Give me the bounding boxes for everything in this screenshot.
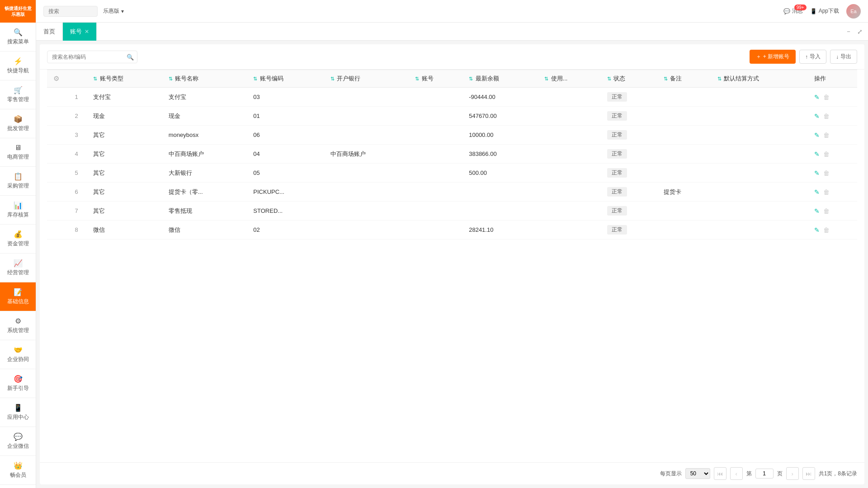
search-icon[interactable]: 🔍	[127, 53, 134, 60]
page-size-select[interactable]: 50 10 20 100	[685, 468, 710, 479]
delete-button[interactable]: 🗑	[823, 207, 830, 215]
edit-button[interactable]: ✎	[814, 131, 820, 139]
row-bank	[325, 88, 410, 107]
column-balance[interactable]: ⇅ 最新余额	[463, 70, 539, 88]
topbar-dropdown[interactable]: 乐惠版 ▾	[103, 7, 124, 15]
row-account	[410, 126, 463, 145]
delete-button[interactable]: 🗑	[823, 188, 830, 196]
column-code[interactable]: ⇅ 账号编码	[248, 70, 325, 88]
message-icon: 💬	[783, 8, 790, 14]
sidebar-item-label: 畅会员	[2, 471, 34, 479]
row-actions: ✎ 🗑	[809, 126, 857, 145]
ops-icon: 📈	[2, 259, 34, 267]
row-balance	[463, 183, 539, 202]
sidebar-item-enterprise-agreement[interactable]: 🤝 企业协同	[0, 340, 36, 369]
column-remark[interactable]: ⇅ 备注	[658, 70, 712, 88]
sidebar-item-app-center[interactable]: 📱 应用中心	[0, 398, 36, 427]
topbar: 乐惠版 ▾ 💬 消息 99+ 📱 App下载 Ea	[36, 0, 868, 23]
sort-icon-payment: ⇅	[717, 76, 722, 81]
sidebar-item-purchase-mgmt[interactable]: 📋 采购管理	[0, 167, 36, 196]
first-page-button[interactable]: ⏮	[714, 467, 726, 480]
row-usage	[539, 107, 602, 126]
row-actions: ✎ 🗑	[809, 145, 857, 164]
sort-icon-account: ⇅	[415, 76, 419, 81]
sidebar-item-inventory-check[interactable]: 📊 库存核算	[0, 196, 36, 225]
sidebar-item-search-menu[interactable]: 🔍 搜索菜单	[0, 23, 36, 52]
add-account-button[interactable]: ＋ + 新增账号	[750, 50, 796, 64]
column-bank[interactable]: ⇅ 开户银行	[325, 70, 410, 88]
tab-minimize-icon[interactable]: －	[844, 26, 854, 38]
row-type: 其它	[88, 183, 163, 202]
sidebar-item-capital-mgmt[interactable]: 💰 资金管理	[0, 225, 36, 253]
table-row: 2 现金 现金 01 547670.00 正常 ✎ 🗑	[47, 107, 857, 126]
delete-button[interactable]: 🗑	[823, 131, 830, 139]
delete-button[interactable]: 🗑	[823, 150, 830, 158]
account-search-input[interactable]	[47, 51, 137, 63]
column-name[interactable]: ⇅ 账号名称	[163, 70, 248, 88]
row-actions: ✎ 🗑	[809, 164, 857, 183]
sidebar-item-retail-mgmt[interactable]: 🛒 零售管理	[0, 80, 36, 109]
logo-text: 畅捷通好生意 乐惠版	[5, 5, 32, 17]
column-status[interactable]: ⇅ 状态	[602, 70, 658, 88]
tab-accounts[interactable]: 账号 ✕	[63, 23, 97, 41]
sidebar-item-ops-mgmt[interactable]: 📈 经营管理	[0, 253, 36, 282]
sort-icon-name: ⇅	[169, 76, 173, 81]
message-button[interactable]: 💬 消息 99+	[783, 7, 803, 15]
sidebar-item-label: 采购管理	[2, 182, 34, 190]
row-actions: ✎ 🗑	[809, 88, 857, 107]
edit-button[interactable]: ✎	[814, 150, 820, 158]
page-number-input[interactable]	[755, 469, 774, 479]
sidebar-item-vip-member[interactable]: 👑 畅会员	[0, 456, 36, 485]
delete-button[interactable]: 🗑	[823, 169, 830, 177]
column-actions: 操作	[809, 70, 857, 88]
column-settings-icon[interactable]: ⚙	[53, 75, 59, 82]
edit-button[interactable]: ✎	[814, 226, 820, 234]
sidebar-item-wholesale-mgmt[interactable]: 📦 批发管理	[0, 109, 36, 138]
prev-page-button[interactable]: ‹	[730, 467, 743, 480]
sidebar-item-basic-info[interactable]: 📝 基础信息	[0, 282, 36, 311]
total-label: 共1页，8条记录	[819, 470, 857, 478]
sort-icon-remark: ⇅	[664, 76, 668, 81]
row-account	[410, 164, 463, 183]
delete-button[interactable]: 🗑	[823, 226, 830, 234]
edit-button[interactable]: ✎	[814, 94, 820, 101]
app-download-button[interactable]: 📱 App下载	[810, 7, 839, 15]
row-balance	[463, 202, 539, 221]
sidebar-item-newbie-guide[interactable]: 🎯 新手引导	[0, 369, 36, 398]
row-balance: 500.00	[463, 164, 539, 183]
column-account[interactable]: ⇅ 账号	[410, 70, 463, 88]
edit-button[interactable]: ✎	[814, 169, 820, 177]
tab-close-icon[interactable]: ✕	[85, 28, 89, 35]
page-word-end: 页	[777, 470, 783, 478]
edit-button[interactable]: ✎	[814, 188, 820, 196]
table-row: 5 其它 大新银行 05 500.00 正常 ✎ 🗑	[47, 164, 857, 183]
column-settings[interactable]: ⚙	[47, 70, 65, 88]
sidebar-item-ecommerce-mgmt[interactable]: 🖥 电商管理	[0, 138, 36, 167]
next-page-button[interactable]: ›	[786, 467, 799, 480]
column-default-payment[interactable]: ⇅ 默认结算方式	[712, 70, 809, 88]
topbar-search-input[interactable]	[43, 6, 98, 17]
tab-home[interactable]: 首页	[36, 23, 63, 41]
edit-button[interactable]: ✎	[814, 113, 820, 120]
row-settings	[47, 221, 65, 239]
import-icon: ↑	[805, 54, 808, 60]
row-balance: 10000.00	[463, 126, 539, 145]
sidebar-item-sys-mgmt[interactable]: ⚙ 系统管理	[0, 311, 36, 340]
row-status: 正常	[602, 202, 658, 221]
delete-button[interactable]: 🗑	[823, 113, 830, 120]
sidebar-item-quick-nav[interactable]: ⚡ 快捷导航	[0, 52, 36, 80]
delete-button[interactable]: 🗑	[823, 94, 830, 101]
edit-button[interactable]: ✎	[814, 207, 820, 215]
message-badge: 99+	[794, 5, 807, 10]
column-usage[interactable]: ⇅ 使用...	[539, 70, 602, 88]
column-type[interactable]: ⇅ 账号类型	[88, 70, 163, 88]
export-button[interactable]: ↓ 导出	[830, 50, 857, 64]
row-status: 正常	[602, 126, 658, 145]
row-status: 正常	[602, 221, 658, 239]
user-avatar[interactable]: Ea	[846, 4, 861, 19]
last-page-button[interactable]: ⏭	[802, 467, 815, 480]
import-button[interactable]: ↑ 导入	[799, 50, 826, 64]
sidebar-item-enterprise-wechat[interactable]: 💬 企业微信	[0, 427, 36, 456]
table-row: 8 微信 微信 02 28241.10 正常 ✎ 🗑	[47, 221, 857, 239]
tab-maximize-icon[interactable]: ⤢	[855, 26, 864, 37]
